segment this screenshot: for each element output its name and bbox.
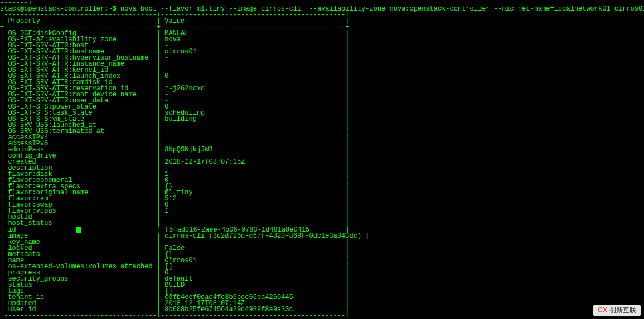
table-divider: +--------------------------------------+… (0, 312, 350, 319)
watermark-text: 创新互联 (609, 306, 636, 314)
terminal-output[interactable]: -------+ stack@openstack-controller:~$ n… (0, 0, 644, 319)
watermark-badge: CX创新互联 (593, 305, 641, 316)
watermark-icon: CX (598, 307, 607, 313)
